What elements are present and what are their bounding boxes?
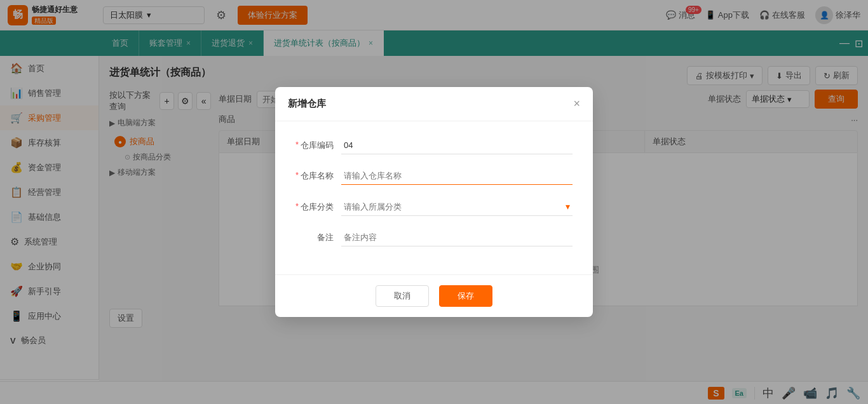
form-row-name: 仓库名称: [295, 167, 573, 185]
warehouse-category-select[interactable]: ▾: [341, 198, 573, 216]
category-dropdown-arrow: ▾: [566, 201, 570, 212]
modal-title: 新增仓库: [288, 98, 326, 110]
cancel-button[interactable]: 取消: [376, 285, 429, 307]
warehouse-code-input[interactable]: [341, 137, 573, 154]
form-row-code: 仓库编码: [295, 137, 573, 154]
modal-close-button[interactable]: ×: [573, 97, 580, 111]
warehouse-name-label: 仓库名称: [295, 170, 341, 182]
modal-overlay[interactable]: 新增仓库 × 仓库编码 仓库名称 仓库分类 ▾: [0, 0, 868, 404]
form-row-remarks: 备注: [295, 229, 573, 246]
modal-footer: 取消 保存: [275, 274, 593, 317]
modal-body: 仓库编码 仓库名称 仓库分类 ▾ 备注: [275, 121, 593, 274]
remarks-input[interactable]: [341, 229, 573, 246]
save-button[interactable]: 保存: [439, 285, 492, 307]
warehouse-category-input[interactable]: [344, 202, 566, 212]
warehouse-category-label: 仓库分类: [295, 201, 341, 213]
warehouse-name-input[interactable]: [341, 167, 573, 185]
modal-dialog: 新增仓库 × 仓库编码 仓库名称 仓库分类 ▾: [275, 87, 593, 317]
form-row-category: 仓库分类 ▾: [295, 198, 573, 216]
remarks-label: 备注: [295, 232, 341, 243]
modal-header: 新增仓库 ×: [275, 87, 593, 121]
warehouse-code-label: 仓库编码: [295, 140, 341, 151]
